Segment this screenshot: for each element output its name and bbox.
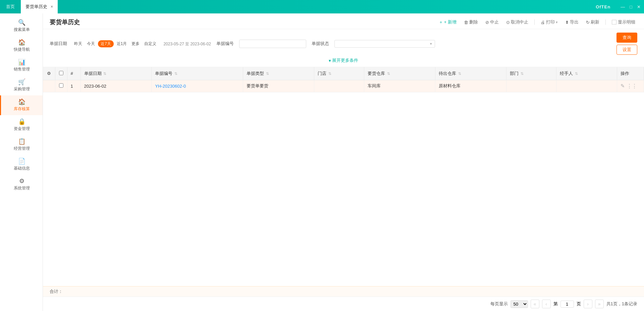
window-close-icon[interactable]: ✕ <box>637 4 641 9</box>
settings-button[interactable]: 设置 <box>616 45 637 55</box>
sidebar-label-basic-info: 基础信息 <box>14 166 30 171</box>
sort-date-icon: ⇅ <box>103 72 106 76</box>
edit-icon[interactable]: ✎ <box>621 83 625 89</box>
select-all-checkbox[interactable] <box>59 71 63 75</box>
sidebar-label-quick-nav: 快捷导航 <box>14 47 30 52</box>
system-icon: ⚙ <box>19 178 24 184</box>
inventory-icon: 🏠 <box>18 99 25 105</box>
date-btn-today[interactable]: 今天 <box>85 40 97 47</box>
th-date[interactable]: 单据日期 ⇅ <box>80 67 152 80</box>
sort-store-icon: ⇅ <box>328 72 331 76</box>
basic-info-icon: 📄 <box>18 158 25 164</box>
stop-button[interactable]: ⊘ 中止 <box>483 18 501 26</box>
prev-page-button[interactable]: ‹ <box>542 300 551 308</box>
operations-icon: 📋 <box>18 138 25 144</box>
td-department <box>506 80 556 92</box>
date-btn-more[interactable]: 更多 <box>130 40 141 47</box>
th-handler[interactable]: 经手人 ⇅ <box>556 67 617 80</box>
th-check[interactable] <box>55 67 67 80</box>
sidebar-label-system: 系统管理 <box>14 185 30 191</box>
td-pending-warehouse: 原材料仓库 <box>435 80 506 92</box>
sidebar-item-search-menu[interactable]: 🔍 搜索菜单 <box>0 16 43 36</box>
th-store[interactable]: 门店 ⇅ <box>314 67 364 80</box>
td-store <box>314 80 364 92</box>
toolbar: ＋ + 新增 🗑 删除 ⊘ 中止 ⊙ 取消中止 🖨 打 <box>437 18 637 26</box>
tab-requisition-history[interactable]: 要货单历史 × <box>21 0 58 13</box>
per-page-label: 每页显示 <box>490 301 508 307</box>
status-select[interactable]: ▾ <box>334 40 435 48</box>
sidebar-item-operations[interactable]: 📋 经营管理 <box>0 135 43 155</box>
bill-no-link[interactable]: YH-20230602-0 <box>155 84 186 89</box>
td-bill-no: YH-20230602-0 <box>152 80 243 92</box>
pagination: 每页显示 50 100 200 « ‹ 第 页 › » 共1页，1条记录 <box>43 297 644 311</box>
divider-2 <box>605 19 606 25</box>
expand-conditions-button[interactable]: ▾ 展开更多条件 <box>329 57 358 63</box>
more-icon[interactable]: ⋮⋮ <box>627 83 637 89</box>
page-input[interactable] <box>560 301 574 308</box>
sidebar-item-finance[interactable]: 🔒 资金管理 <box>0 115 43 135</box>
sidebar-item-purchase[interactable]: 🛒 采购管理 <box>0 76 43 95</box>
query-button[interactable]: 查询 <box>616 33 637 43</box>
date-btn-7days[interactable]: 近7天 <box>98 40 114 47</box>
date-range-text: 2023-05-27 至 2023-06-02 <box>163 41 211 47</box>
bill-no-input[interactable] <box>239 40 306 48</box>
chevron-down-icon: ▾ <box>430 42 432 46</box>
display-checkbox[interactable] <box>612 20 616 25</box>
refresh-button[interactable]: ↻ 刷新 <box>584 18 601 26</box>
th-settings[interactable]: ⚙ <box>43 67 55 80</box>
date-btn-custom[interactable]: 自定义 <box>143 40 158 47</box>
td-check[interactable] <box>55 80 67 92</box>
new-button[interactable]: ＋ + 新增 <box>437 18 459 26</box>
sidebar-item-sales[interactable]: 📊 销售管理 <box>0 56 43 76</box>
display-detail-button[interactable]: 显示明细 <box>610 18 637 26</box>
tab-close-icon[interactable]: × <box>51 4 53 9</box>
sales-icon: 📊 <box>18 59 25 65</box>
window-minimize-icon[interactable]: — <box>621 4 625 9</box>
date-btn-1month[interactable]: 近1月 <box>115 40 129 47</box>
sort-bill-no-icon: ⇅ <box>174 72 177 76</box>
tab-home[interactable]: 首页 <box>0 0 21 13</box>
sidebar-item-basic-info[interactable]: 📄 基础信息 <box>0 155 43 175</box>
table-row[interactable]: 1 2023-06-02 YH-20230602-0 要货单要货 车间库 原材料… <box>43 80 644 92</box>
sidebar-label-finance: 资金管理 <box>14 126 30 132</box>
delete-button[interactable]: 🗑 删除 <box>462 18 480 26</box>
td-req-warehouse: 车间库 <box>364 80 435 92</box>
print-icon: 🖨 <box>541 20 545 25</box>
row-checkbox[interactable] <box>59 83 63 88</box>
expand-label: 展开更多条件 <box>332 57 358 63</box>
th-bill-type[interactable]: 单据类型 ⇅ <box>243 67 314 80</box>
th-req-warehouse[interactable]: 要货仓库 ⇅ <box>364 67 435 80</box>
export-label: 导出 <box>570 19 579 25</box>
date-btn-yesterday[interactable]: 昨天 <box>72 40 84 47</box>
filter-action-buttons: 查询 设置 <box>616 33 637 55</box>
last-page-button[interactable]: » <box>595 300 604 308</box>
first-page-button[interactable]: « <box>531 300 539 308</box>
cancel-stop-button[interactable]: ⊙ 取消中止 <box>504 18 530 26</box>
sidebar-item-inventory[interactable]: 🏠 库存核算 <box>0 95 43 115</box>
cancel-label: 取消中止 <box>511 19 528 25</box>
th-department[interactable]: 部门 ⇅ <box>506 67 556 80</box>
sort-bill-type-icon: ⇅ <box>266 72 269 76</box>
per-page-select[interactable]: 50 100 200 <box>511 300 528 308</box>
window-maximize-icon[interactable]: □ <box>630 4 632 9</box>
sidebar-item-quick-nav[interactable]: 🏠 快捷导航 <box>0 36 43 56</box>
th-pending-warehouse[interactable]: 待出仓库 ⇅ <box>435 67 506 80</box>
main-layout: 🔍 搜索菜单 🏠 快捷导航 📊 销售管理 🛒 采购管理 🏠 库存核算 🔒 资金管… <box>0 13 644 311</box>
sidebar-label-operations: 经营管理 <box>14 146 30 151</box>
footer-summary: 合计： <box>43 286 644 297</box>
print-button[interactable]: 🖨 打印 ▾ <box>539 18 560 26</box>
filter-row-2: ▾ 展开更多条件 <box>50 57 637 63</box>
refresh-label: 刷新 <box>591 19 599 25</box>
th-operation: 操作 <box>617 67 644 80</box>
content-area: 要货单历史 ＋ + 新增 🗑 删除 ⊘ 中止 ⊙ 取消中止 <box>43 13 644 311</box>
next-page-button[interactable]: › <box>584 300 592 308</box>
data-table: ⚙ # 单据日期 ⇅ 单据编号 ⇅ <box>43 67 644 92</box>
expand-icon: ▾ <box>329 58 331 63</box>
home-icon: 🏠 <box>18 39 25 45</box>
th-bill-no[interactable]: 单据编号 ⇅ <box>152 67 243 80</box>
sidebar-label-search-menu: 搜索菜单 <box>14 27 30 33</box>
page-title: 要货单历史 <box>50 18 80 26</box>
sidebar-item-system[interactable]: ⚙ 系统管理 <box>0 175 43 194</box>
table-header-row: ⚙ # 单据日期 ⇅ 单据编号 ⇅ <box>43 67 644 80</box>
export-button[interactable]: ⬆ 导出 <box>563 18 581 26</box>
